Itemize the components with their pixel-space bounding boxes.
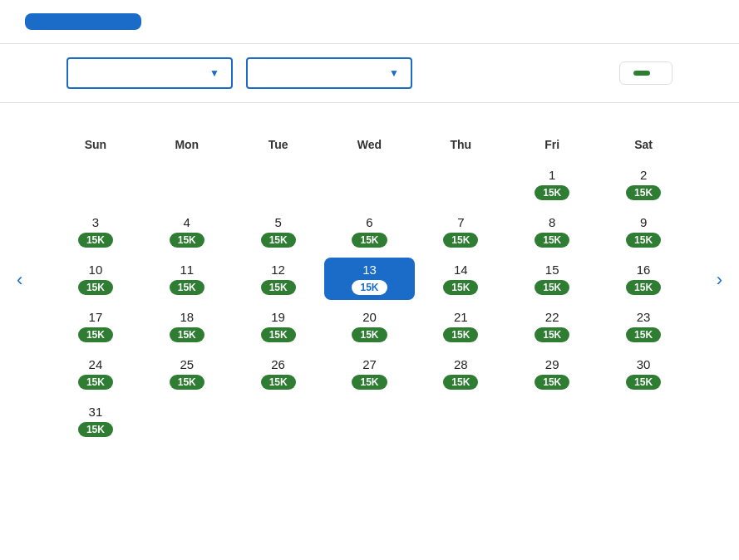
miles-pill: 15K [443,375,478,390]
day-number: 31 [89,405,103,419]
calendar-body: 115K215K315K415K515K615K715K815K915K1015… [50,163,689,442]
miles-pill: 15K [352,233,387,248]
calendar-cell-14[interactable]: 1415K [415,258,506,300]
day-number: 9 [640,215,647,229]
day-number: 19 [271,310,285,324]
calendar-cell-21[interactable]: 2115K [415,305,506,347]
next-month-button[interactable]: › [708,261,731,299]
prev-month-button[interactable]: ‹ [8,261,31,299]
calendar-cell-empty [141,400,233,442]
miles-pill: 15K [626,280,661,295]
miles-pill: 15K [626,327,661,342]
calendar-cell-10[interactable]: 1015K [50,258,141,300]
miles-pill: 15K [78,422,113,437]
calendar-cell-17[interactable]: 1715K [50,305,141,347]
miles-pill: 15K [261,375,296,390]
calendar-cell-8[interactable]: 815K [506,210,598,253]
calendar-cell-4[interactable]: 415K [141,210,233,253]
calendar-cell-9[interactable]: 915K [598,210,689,253]
day-number: 13 [362,263,377,277]
stops-filter[interactable]: ▼ [67,57,233,89]
day-number: 28 [454,357,468,371]
day-number: 16 [637,263,651,277]
calendar-cell-empty [324,400,416,442]
day-number: 18 [180,310,194,324]
miles-pill: 15K [78,280,113,295]
day-header-mon: Mon [141,133,233,156]
miles-pill: 15K [78,375,113,390]
calendar-cell-5[interactable]: 515K [233,210,324,253]
miles-pill: 15K [261,233,296,248]
calendar-cell-empty [506,400,598,442]
calendar-cell-31[interactable]: 3115K [50,400,141,442]
day-header-fri: Fri [506,133,598,156]
calendar-cell-6[interactable]: 615K [324,210,416,253]
calendar-week-1: 315K415K515K615K715K815K915K [50,210,689,253]
calendar-cell-13[interactable]: 1315K [324,258,416,300]
calendar-cell-24[interactable]: 2415K [50,352,141,395]
miles-pill: 15K [535,327,569,342]
day-number: 4 [184,215,190,229]
day-number: 23 [637,310,651,324]
lowest-price-badge [619,61,672,85]
calendar-cell-11[interactable]: 1115K [141,258,233,300]
miles-pill: 15K [352,280,387,295]
calendar-cell-empty [50,163,141,205]
day-number: 5 [274,215,281,229]
miles-pill: 15K [535,185,569,200]
calendar-cell-3[interactable]: 315K [50,210,141,253]
calendar-cell-30[interactable]: 3015K [598,352,689,395]
day-number: 30 [637,357,651,371]
miles-pill: 15K [261,280,296,295]
classes-filter[interactable]: ▼ [246,57,412,89]
calendar-cell-18[interactable]: 1815K [141,305,233,347]
day-number: 27 [362,357,377,371]
calendar-cell-29[interactable]: 2915K [506,352,598,395]
calendar-week-0: 115K215K [50,163,689,205]
trip-card[interactable] [25,13,141,30]
day-number: 26 [271,357,285,371]
calendar-cell-16[interactable]: 1615K [598,258,689,300]
day-header-sun: Sun [50,133,141,156]
miles-pill: 15K [78,233,113,248]
day-number: 1 [549,168,555,182]
day-header-tue: Tue [233,133,324,156]
calendar-cell-27[interactable]: 2715K [324,352,416,395]
calendar-cell-20[interactable]: 2015K [324,305,416,347]
day-headers: SunMonTueWedThuFriSat [50,133,689,156]
miles-pill: 15K [78,327,113,342]
calendar-cell-12[interactable]: 1215K [233,258,324,300]
day-number: 14 [454,263,468,277]
calendar-cell-23[interactable]: 2315K [598,305,689,347]
calendar-cell-empty [415,400,506,442]
calendar-week-3: 1715K1815K1915K2015K2115K2215K2315K [50,305,689,347]
miles-pill: 15K [535,280,569,295]
miles-pill: 15K [170,233,204,248]
calendar-cell-1[interactable]: 115K [506,163,598,205]
miles-pill: 15K [443,233,478,248]
day-number: 6 [366,215,372,229]
day-number: 7 [457,215,464,229]
stops-dropdown-arrow: ▼ [209,67,219,79]
calendar-cell-22[interactable]: 2215K [506,305,598,347]
calendar-cell-empty [598,400,689,442]
day-number: 22 [545,310,559,324]
day-number: 17 [89,310,103,324]
day-number: 8 [549,215,555,229]
calendar-cell-25[interactable]: 2515K [141,352,233,395]
miles-pill: 15K [535,375,569,390]
calendar-week-4: 2415K2515K2615K2715K2815K2915K3015K [50,352,689,395]
calendar-cell-15[interactable]: 1515K [506,258,598,300]
header [0,0,739,44]
calendar-cell-empty [233,400,324,442]
calendar-cell-19[interactable]: 1915K [233,305,324,347]
miles-pill: 15K [443,327,478,342]
calendar-grid: SunMonTueWedThuFriSat 115K215K315K415K51… [50,133,689,442]
calendar-cell-2[interactable]: 215K [598,163,689,205]
calendar-cell-empty [415,163,506,205]
calendar-cell-7[interactable]: 715K [415,210,506,253]
calendar-cell-26[interactable]: 2615K [233,352,324,395]
calendar-cell-28[interactable]: 2815K [415,352,506,395]
miles-pill: 15K [170,375,204,390]
day-header-wed: Wed [324,133,416,156]
